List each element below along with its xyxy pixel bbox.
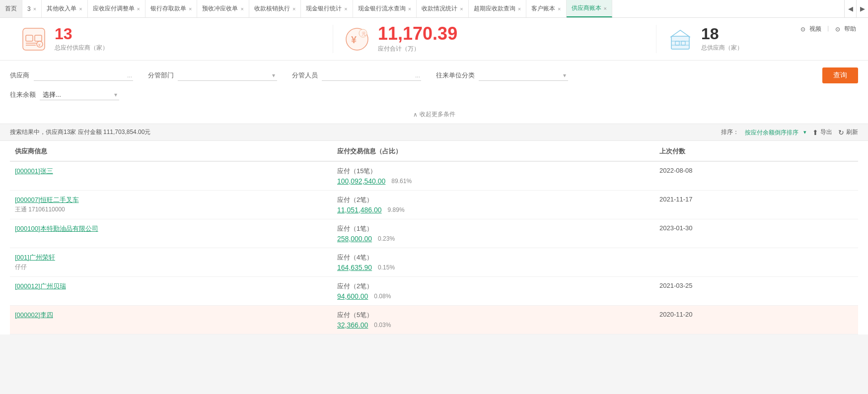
table-row: [000002]李四应付（5笔）32,366.000.03%2020-11-20 (10, 306, 858, 334)
supplier-link[interactable]: [000002]李四 (15, 311, 53, 319)
supplier-info-cell: [000100]本特勤油品有限公司 (10, 219, 332, 248)
top-right-links: ⊙ 视频 丨 ⊙ 帮助 (798, 25, 858, 33)
help-circle-icon: ⊙ (835, 26, 840, 33)
close-tab-receipt-stat-icon[interactable]: × (460, 6, 463, 12)
supplier-link[interactable]: [000012]广州贝瑞 (15, 282, 66, 290)
nav-tab-receipt-verify[interactable]: 收款核销执行× (249, 0, 301, 17)
last-payment-date: 2022-08-08 (659, 167, 693, 174)
supplier-link[interactable]: [000007]恒旺二手叉车 (15, 196, 79, 203)
link-divider: 丨 (825, 25, 831, 33)
last-payment-cell (654, 248, 858, 277)
results-bar: 搜索结果中，供应商13家 应付金额 111,703,854.00元 排序： 按应… (0, 124, 868, 141)
person-label: 分管人员 (292, 71, 318, 80)
unit-category-select-wrap: ▾ (479, 70, 568, 81)
tx-amount[interactable]: 11,051,486.00 (337, 206, 382, 214)
tx-amount[interactable]: 100,092,540.00 (337, 177, 385, 185)
balance-label: 往来余额 (10, 90, 36, 99)
tx-amount-line: 32,366.000.03% (337, 321, 650, 329)
close-tab-tab3-icon[interactable]: × (33, 6, 36, 12)
close-tab-customer-ledger-icon[interactable]: × (558, 6, 561, 12)
nav-tab-home[interactable]: 首页 (0, 0, 22, 17)
supplier-table: 供应商信息 应付交易信息（占比） 上次付数 [000001]张三应付（15笔）1… (10, 141, 858, 334)
nav-tab-receipt-stat[interactable]: 收款情况统计× (417, 0, 468, 17)
tx-amount[interactable]: 164,635.90 (337, 263, 372, 271)
stat-total-payable-suppliers: ¥ 13 总应付供应商（家） (10, 25, 333, 53)
sort-select[interactable]: 按应付余额倒序排序 按应付余额升序排序 (745, 129, 806, 136)
tx-percent: 89.61% (391, 178, 412, 185)
tx-info-cell: 应付（5笔）32,366.000.03% (332, 306, 654, 334)
search-row-1: 供应商 ... 分管部门 ▾ 分管人员 ... (10, 67, 858, 83)
tx-amount[interactable]: 32,366.00 (337, 321, 368, 329)
unit-category-field: 往来单位分类 ▾ (436, 70, 568, 81)
nav-tab-cash-bank-stat[interactable]: 现金银行统计× (301, 0, 353, 17)
tx-count: （15笔） (350, 167, 376, 175)
total-suppliers-count: 18 (701, 26, 743, 42)
close-tab-ar-ap-adjust-icon[interactable]: × (137, 6, 140, 12)
close-tab-receipt-verify-icon[interactable]: × (292, 6, 295, 12)
unit-category-label: 往来单位分类 (436, 71, 475, 80)
person-input[interactable] (322, 70, 421, 81)
tx-amount-line: 94,600.000.08% (337, 292, 650, 300)
nav-tab-other-income[interactable]: 其他收入单× (42, 0, 87, 17)
results-actions: 排序： 按应付余额倒序排序 按应付余额升序排序 ▾ ⬆ 导出 ↻ 刷新 (721, 128, 858, 136)
nav-next-arrow[interactable]: ▶ (856, 0, 868, 17)
close-tab-bank-deposit-icon[interactable]: × (189, 6, 192, 12)
person-input-wrap: ... (322, 70, 421, 81)
table-row: [001]广州荣轩仔仔应付（4笔）164,635.900.15% (10, 248, 858, 277)
search-row-2: 往来余额 选择... ▾ (10, 89, 858, 100)
tx-info-cell: 应付（15笔）100,092,540.0089.61% (332, 161, 654, 191)
tx-count: （4笔） (350, 254, 373, 261)
supplier-link[interactable]: [000100]本特勤油品有限公司 (15, 225, 98, 232)
close-tab-overdue-query-icon[interactable]: × (518, 6, 521, 12)
tx-amount-line: 100,092,540.0089.61% (337, 177, 650, 185)
tx-label-line: 应付（2笔） (337, 282, 650, 291)
video-link[interactable]: 视频 (809, 25, 821, 33)
nav-tab-prepay-ar[interactable]: 预收冲应收单× (197, 0, 249, 17)
supplier-sub-info: 王通 17106110000 (15, 205, 327, 214)
nav-tab-customer-ledger[interactable]: 客户账本× (526, 0, 566, 17)
tx-label-line: 应付（4笔） (337, 253, 650, 262)
supplier-icon: ¥ (20, 25, 48, 53)
nav-prev-arrow[interactable]: ◀ (844, 0, 856, 17)
query-button[interactable]: 查询 (822, 67, 858, 83)
table-row: [000001]张三应付（15笔）100,092,540.0089.61%202… (10, 161, 858, 191)
nav-tab-tab3[interactable]: 3× (22, 0, 42, 17)
export-icon: ⬆ (812, 129, 818, 136)
nav-tab-supplier-ledger[interactable]: 供应商账本× (567, 0, 612, 17)
supplier-input[interactable] (34, 70, 133, 81)
export-button[interactable]: ⬆ 导出 (812, 128, 832, 136)
sort-select-wrap: 按应付余额倒序排序 按应付余额升序排序 ▾ (745, 129, 806, 136)
nav-tab-overdue-query[interactable]: 超期应收款查询× (469, 0, 526, 17)
tx-amount[interactable]: 94,600.00 (337, 292, 368, 300)
unit-category-select[interactable] (479, 70, 568, 81)
close-tab-cash-bank-stat-icon[interactable]: × (344, 6, 347, 12)
collapse-button[interactable]: ∧ 收起更多条件 (413, 110, 455, 119)
last-payment-cell: 2022-08-08 (654, 161, 858, 191)
nav-tab-ar-ap-adjust[interactable]: 应收应付调整单× (88, 0, 145, 17)
balance-select-wrap: 选择... ▾ (40, 89, 119, 100)
close-tab-prepay-ar-icon[interactable]: × (240, 6, 243, 12)
supplier-info-cell: [001]广州荣轩仔仔 (10, 248, 332, 277)
supplier-sub-info: 仔仔 (15, 263, 327, 271)
help-link[interactable]: 帮助 (844, 25, 856, 33)
supplier-link[interactable]: [000001]张三 (15, 167, 53, 175)
tx-type-label: 应付 (337, 311, 350, 319)
sort-label: 排序： (721, 128, 739, 136)
table-row: [000012]广州贝瑞应付（2笔）94,600.000.08%2021-03-… (10, 277, 858, 306)
close-tab-supplier-ledger-icon[interactable]: × (604, 5, 607, 11)
tx-type-label: 应付 (337, 254, 350, 261)
refresh-button[interactable]: ↻ 刷新 (838, 128, 858, 136)
supplier-link[interactable]: [001]广州荣轩 (15, 254, 55, 261)
department-select[interactable] (178, 70, 277, 81)
tx-amount[interactable]: 258,000.00 (337, 235, 372, 243)
supplier-info-cell: [000002]李四 (10, 306, 332, 334)
close-tab-cash-flow-query-icon[interactable]: × (408, 6, 411, 12)
tx-percent: 0.23% (378, 235, 395, 242)
stat-total-payable-amount: ¥ 元 11,170.39 应付合计（万） (333, 25, 656, 53)
nav-tab-cash-flow-query[interactable]: 现金银行流水查询× (353, 0, 417, 17)
video-circle-icon: ⊙ (800, 26, 805, 33)
last-payment-date: 2021-03-25 (659, 282, 693, 289)
balance-select[interactable]: 选择... (40, 89, 119, 100)
nav-tab-bank-deposit[interactable]: 银行存取款单× (145, 0, 197, 17)
close-tab-other-income-icon[interactable]: × (79, 6, 82, 12)
